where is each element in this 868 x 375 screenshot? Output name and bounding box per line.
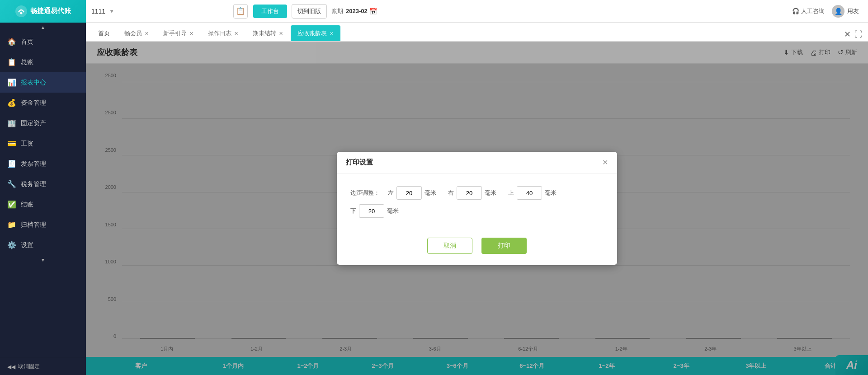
- support-button[interactable]: 🎧 人工咨询: [792, 7, 825, 15]
- logo-area: 畅捷通易代账: [0, 0, 86, 23]
- tab-vip-close[interactable]: ✕: [145, 31, 149, 37]
- sidebar-item-close[interactable]: ✅ 结账: [0, 194, 86, 215]
- tab-home[interactable]: 首页: [91, 25, 117, 41]
- avatar-icon: 👤: [835, 8, 842, 15]
- salary-icon: 💳: [7, 139, 16, 148]
- period-label: 账期: [331, 7, 343, 15]
- sidebar-item-tax[interactable]: 🔧 税务管理: [0, 174, 86, 194]
- user-label: 用友: [847, 7, 859, 15]
- margin-right-group: 右 毫米: [448, 186, 496, 200]
- user-avatar: 👤: [832, 5, 844, 18]
- tab-vip[interactable]: 畅会员 ✕: [118, 25, 156, 41]
- ledger-icon: 📋: [7, 58, 16, 66]
- sidebar-item-settings[interactable]: ⚙️ 设置: [0, 235, 86, 255]
- sidebar-label-ledger: 总账: [21, 58, 33, 66]
- modal-footer: 取消 打印: [337, 230, 617, 265]
- sidebar-label-reports: 报表中心: [21, 79, 46, 87]
- margin-left-group: 左 毫米: [388, 186, 436, 200]
- sidebar-item-archive[interactable]: 📁 归档管理: [0, 215, 86, 235]
- sidebar-item-salary[interactable]: 💳 工资: [0, 133, 86, 154]
- tab-log-close[interactable]: ✕: [234, 31, 238, 37]
- tab-period-close[interactable]: ✕: [279, 31, 283, 37]
- modal-body: 边距调整： 左 毫米 右 毫米: [337, 173, 617, 230]
- logo-icon: [15, 5, 28, 18]
- support-label: 人工咨询: [801, 7, 825, 15]
- period-calendar-icon[interactable]: 📅: [369, 8, 377, 15]
- sidebar-label-settings: 设置: [21, 241, 33, 249]
- unpin-label: 取消固定: [18, 363, 40, 370]
- sidebar-label-tax: 税务管理: [21, 180, 46, 188]
- sidebar-scroll-down[interactable]: ▼: [0, 255, 86, 264]
- bottom-margin-input[interactable]: [359, 204, 384, 218]
- tab-period-label: 期末结转: [253, 29, 276, 38]
- tab-close-all-icon[interactable]: ✕: [844, 29, 851, 39]
- top-margin-input[interactable]: [517, 186, 542, 200]
- settings-icon: ⚙️: [7, 241, 16, 249]
- sidebar-item-ledger[interactable]: 📋 总账: [0, 52, 86, 72]
- header-company: 1111 ▼: [86, 8, 231, 15]
- right-direction-label: 右: [448, 189, 454, 197]
- confirm-print-button[interactable]: 打印: [481, 238, 527, 254]
- cancel-button[interactable]: 取消: [427, 238, 472, 254]
- tab-guide[interactable]: 新手引导 ✕: [156, 25, 200, 41]
- right-unit-label: 毫米: [485, 189, 496, 197]
- tabs-bar: 首页 畅会员 ✕ 新手引导 ✕ 操作日志 ✕ 期末结转 ✕ 应收账龄表 ✕: [86, 23, 868, 42]
- sidebar-item-reports[interactable]: 📊 报表中心: [0, 72, 86, 93]
- top-unit-label: 毫米: [545, 189, 557, 197]
- archive-icon: 📁: [7, 220, 16, 229]
- sidebar-item-invoice[interactable]: 🧾 发票管理: [0, 154, 86, 174]
- sidebar-scroll-up[interactable]: ▲: [0, 23, 86, 32]
- modal-close-button[interactable]: ✕: [602, 158, 608, 167]
- page-content: 应收账龄表 ⬇ 下载 🖨 打印 ↺ 刷新: [86, 42, 868, 375]
- switch-version-button[interactable]: 切到旧版: [292, 4, 327, 19]
- home-icon: 🏠: [7, 38, 16, 46]
- tab-guide-close[interactable]: ✕: [189, 31, 193, 37]
- sidebar-unpin-button[interactable]: ◀◀ 取消固定: [0, 358, 86, 375]
- tab-home-label: 首页: [98, 29, 110, 38]
- main-layout: ▲ 🏠 首页 📋 总账 📊 报表中心 💰 资金管理 🏢 固定资产 💳 工资 🧾 …: [0, 23, 868, 375]
- workbench-button[interactable]: 工作台: [253, 5, 287, 18]
- sidebar-item-assets[interactable]: 🏢 固定资产: [0, 113, 86, 133]
- modal-title: 打印设置: [346, 158, 373, 167]
- company-dropdown-arrow[interactable]: ▼: [109, 8, 114, 14]
- margin-row: 边距调整： 左 毫米 右 毫米: [350, 186, 604, 218]
- tab-vip-label: 畅会员: [124, 29, 142, 38]
- modal-header: 打印设置 ✕: [337, 152, 617, 173]
- right-margin-input[interactable]: [457, 186, 482, 200]
- sidebar-label-close: 结账: [21, 201, 33, 209]
- top-direction-label: 上: [508, 189, 514, 197]
- left-direction-label: 左: [388, 189, 394, 197]
- invoice-icon: 🧾: [7, 159, 16, 168]
- tab-aging-close[interactable]: ✕: [330, 31, 334, 37]
- tab-period[interactable]: 期末结转 ✕: [246, 25, 290, 41]
- sidebar: ▲ 🏠 首页 📋 总账 📊 报表中心 💰 资金管理 🏢 固定资产 💳 工资 🧾 …: [0, 23, 86, 375]
- tab-guide-label: 新手引导: [163, 29, 187, 38]
- tab-aging[interactable]: 应收账龄表 ✕: [291, 25, 340, 41]
- tab-log-label: 操作日志: [208, 29, 231, 38]
- top-header: 畅捷通易代账 1111 ▼ 📋 工作台 切到旧版 账期 2023-02 📅 🎧 …: [0, 0, 868, 23]
- bottom-direction-label: 下: [350, 207, 356, 215]
- calendar-icon-btn[interactable]: 📋: [233, 4, 248, 19]
- close-books-icon: ✅: [7, 200, 16, 209]
- assets-icon: 🏢: [7, 119, 16, 127]
- funds-icon: 💰: [7, 98, 16, 107]
- margin-top-group: 上 毫米: [508, 186, 557, 200]
- tab-expand-icon[interactable]: ⛶: [854, 30, 863, 39]
- svg-point-0: [15, 5, 27, 17]
- sidebar-label-archive: 归档管理: [21, 221, 46, 229]
- sidebar-label-invoice: 发票管理: [21, 160, 46, 168]
- tax-icon: 🔧: [7, 180, 16, 188]
- period-value: 2023-02: [346, 8, 368, 14]
- sidebar-item-home[interactable]: 🏠 首页: [0, 32, 86, 52]
- content-area: 首页 畅会员 ✕ 新手引导 ✕ 操作日志 ✕ 期末结转 ✕ 应收账龄表 ✕: [86, 23, 868, 375]
- user-area[interactable]: 👤 用友: [832, 5, 859, 18]
- tab-log[interactable]: 操作日志 ✕: [201, 25, 245, 41]
- logo-text: 畅捷通易代账: [30, 7, 71, 15]
- sidebar-item-funds[interactable]: 💰 资金管理: [0, 93, 86, 113]
- sidebar-label-salary: 工资: [21, 140, 33, 148]
- header-right: 🎧 人工咨询 👤 用友: [792, 5, 868, 18]
- left-margin-input[interactable]: [396, 186, 422, 200]
- modal-dialog: 打印设置 ✕ 边距调整： 左 毫米 右: [337, 152, 617, 265]
- sidebar-label-funds: 资金管理: [21, 99, 46, 107]
- pin-icon: ◀◀: [7, 364, 15, 370]
